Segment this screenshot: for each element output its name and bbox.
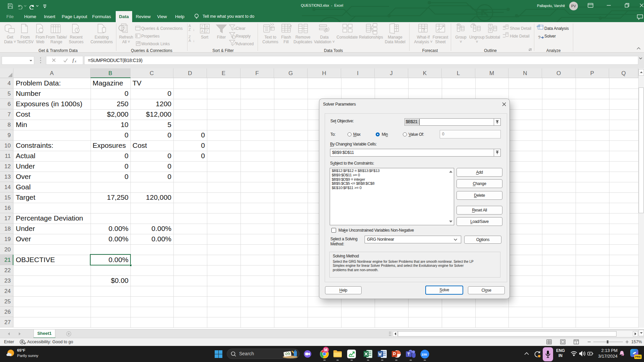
svg-text:f: f: [72, 58, 74, 63]
svg-text:?: ?: [538, 35, 540, 40]
svg-text:↓: ↓: [193, 39, 195, 43]
svg-text:Z: Z: [201, 24, 204, 28]
svg-text:zm: zm: [422, 352, 427, 356]
svg-text:Z: Z: [189, 27, 191, 32]
svg-text:M: M: [324, 348, 328, 352]
svg-text:↓: ↓: [193, 27, 195, 32]
svg-text:x: x: [74, 59, 76, 63]
svg-text:A: A: [189, 39, 191, 43]
svg-text:Z: Z: [206, 29, 208, 33]
svg-text:A: A: [201, 29, 204, 33]
svg-text:?: ?: [422, 27, 425, 33]
svg-text:A: A: [206, 24, 209, 28]
